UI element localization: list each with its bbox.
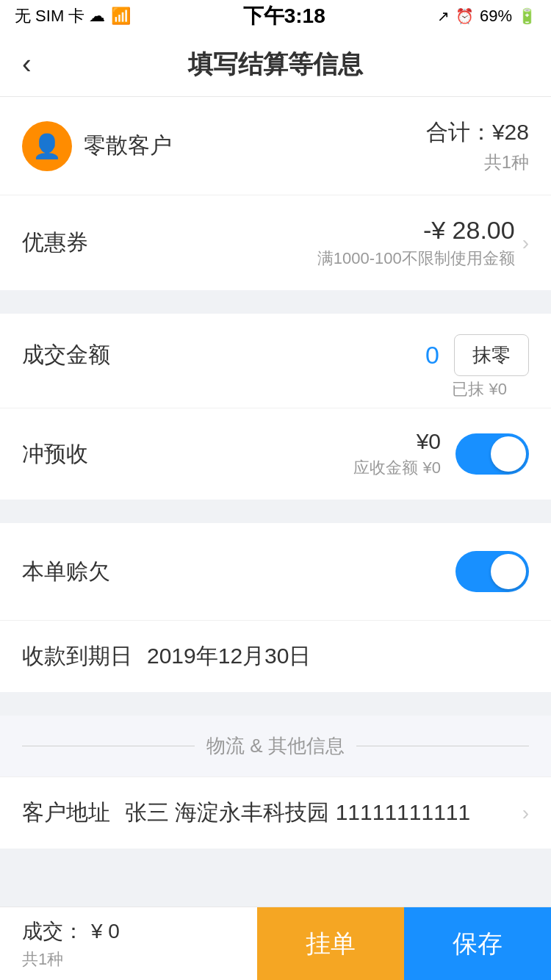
divider-3 — [0, 704, 551, 716]
back-button[interactable]: ‹ — [22, 48, 32, 80]
customer-row: 👤 零散客户 合计：¥28 共1种 — [0, 97, 551, 195]
debt-label: 本单赊欠 — [22, 557, 110, 587]
coupon-label: 优惠券 — [22, 228, 88, 258]
nav-bar: ‹ 填写结算等信息 — [0, 32, 551, 97]
customer-name: 零散客户 — [84, 131, 172, 161]
transaction-amount-input[interactable] — [395, 341, 439, 370]
coupon-right: -¥ 28.00 满1000-100不限制使用金额 › — [317, 216, 529, 270]
transaction-right: 抹零 — [395, 334, 529, 376]
duedate-row[interactable]: 收款到期日 2019年12月30日 — [0, 620, 551, 692]
duedate-label: 收款到期日 — [22, 641, 132, 671]
transaction-label: 成交金额 — [22, 340, 110, 370]
debt-toggle[interactable] — [455, 551, 529, 592]
battery-icon: 🔋 — [518, 7, 536, 25]
precollect-label: 冲预收 — [22, 439, 88, 469]
save-label: 保存 — [453, 927, 503, 961]
wifi-icon: 📶 — [111, 7, 131, 26]
address-value: 张三 海淀永丰科技园 11111111111 — [125, 798, 522, 828]
logistics-line-left — [22, 746, 195, 746]
battery-label: 69% — [480, 7, 512, 26]
status-left: 无 SIM 卡 ☁ 📶 — [15, 5, 131, 27]
customer-avatar: 👤 — [22, 121, 72, 171]
bottom-deal: 成交： ¥ 0 — [22, 918, 235, 945]
coupon-row[interactable]: 优惠券 -¥ 28.00 满1000-100不限制使用金额 › — [0, 195, 551, 290]
transaction-amount-row: 成交金额 抹零 已抹 ¥0 — [0, 314, 551, 408]
customer-total: 合计：¥28 — [426, 118, 529, 148]
customer-left: 👤 零散客户 — [22, 121, 172, 171]
location-icon: ↗ — [437, 7, 450, 25]
status-time: 下午3:18 — [243, 2, 325, 30]
status-bar: 无 SIM 卡 ☁ 📶 下午3:18 ↗ ⏰ 69% 🔋 — [0, 0, 551, 32]
divider-1 — [0, 302, 551, 314]
debt-section: 本单赊欠 收款到期日 2019年12月30日 — [0, 523, 551, 692]
bottom-deal-label: 成交： — [22, 918, 84, 945]
page-title: 填写结算等信息 — [188, 48, 363, 82]
logistics-line-right — [356, 746, 529, 746]
duedate-value: 2019年12月30日 — [147, 641, 311, 671]
customer-count: 共1种 — [426, 151, 529, 174]
round-zero-button[interactable]: 抹零 — [454, 334, 529, 376]
precollect-info: ¥0 应收金额 ¥0 — [353, 429, 441, 479]
status-right: ↗ ⏰ 69% 🔋 — [437, 7, 536, 26]
logistics-header: 物流 & 其他信息 — [0, 716, 551, 777]
bottom-bar: 成交： ¥ 0 共1种 挂单 保存 — [0, 907, 551, 980]
address-chevron-icon: › — [522, 801, 529, 825]
bottom-count: 共1种 — [22, 948, 235, 970]
sim-label: 无 SIM 卡 ☁ — [15, 5, 105, 27]
address-row[interactable]: 客户地址 张三 海淀永丰科技园 11111111111 › — [0, 777, 551, 849]
hang-order-button[interactable]: 挂单 — [257, 907, 404, 981]
hang-order-label: 挂单 — [306, 927, 356, 961]
customer-section: 👤 零散客户 合计：¥28 共1种 优惠券 -¥ 28.00 满1000-100… — [0, 97, 551, 290]
divider-2 — [0, 511, 551, 523]
logistics-text: 物流 & 其他信息 — [206, 733, 345, 759]
coupon-amount: -¥ 28.00 — [317, 216, 515, 245]
address-label: 客户地址 — [22, 798, 110, 828]
already-rounded-text: 已抹 ¥0 — [452, 380, 507, 398]
precollect-amount: ¥0 — [353, 429, 441, 454]
debt-row: 本单赊欠 — [0, 523, 551, 620]
coupon-desc: 满1000-100不限制使用金额 — [317, 248, 515, 270]
bottom-summary: 成交： ¥ 0 共1种 — [0, 918, 257, 970]
precollect-right: ¥0 应收金额 ¥0 — [353, 429, 529, 479]
avatar-icon: 👤 — [32, 132, 62, 160]
coupon-chevron-icon: › — [522, 231, 529, 255]
alarm-icon: ⏰ — [455, 7, 474, 25]
precollect-toggle[interactable] — [455, 433, 529, 475]
precollect-sub: 应收金额 ¥0 — [353, 457, 441, 479]
precollect-row: 冲预收 ¥0 应收金额 ¥0 — [0, 408, 551, 500]
transaction-section: 成交金额 抹零 已抹 ¥0 冲预收 ¥0 应收金额 ¥0 — [0, 314, 551, 500]
save-button[interactable]: 保存 — [404, 907, 551, 981]
bottom-deal-amount: ¥ 0 — [91, 920, 120, 943]
customer-right: 合计：¥28 共1种 — [426, 118, 529, 174]
